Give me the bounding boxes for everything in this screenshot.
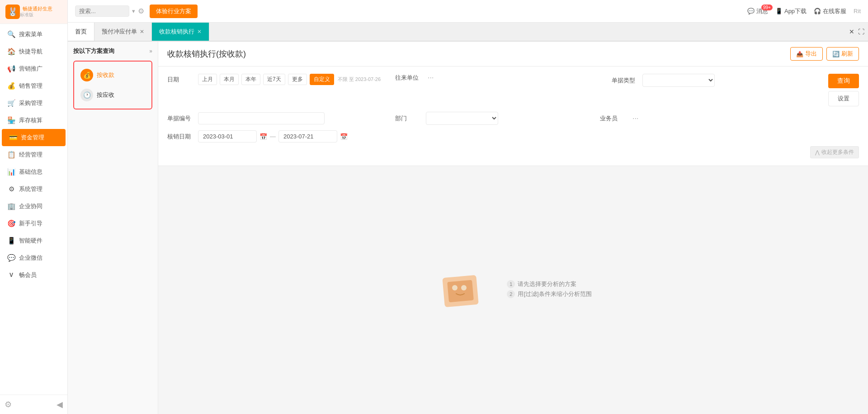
left-panel-header: 按以下方案查询 » (73, 47, 152, 55)
voucher-type-select[interactable] (642, 74, 715, 87)
topbar-dropdown-icon[interactable]: ▾ (132, 8, 135, 14)
sidebar-item-label: 快捷导航 (19, 48, 42, 56)
tab-receipt[interactable]: 收款核销执行 ✕ (152, 23, 209, 41)
left-panel-title: 按以下方案查询 (73, 47, 114, 55)
left-panel-item-by-receivable[interactable]: 🕐 按应收 (78, 85, 148, 105)
topbar-settings-icon[interactable]: ⚙ (138, 7, 144, 15)
sidebar-item-label: 智能硬件 (19, 237, 42, 245)
main-area: ▾ ⚙ 体验行业方案 💬 消息 99+ 📱 App下载 🎧 在线客服 Rit 首… (68, 0, 868, 414)
service-icon: 🎧 (814, 8, 821, 14)
sidebar-item-search-menu[interactable]: 🔍 搜索菜单 (0, 26, 67, 43)
tab-prepay-close-icon[interactable]: ✕ (140, 29, 144, 35)
filter-dates: 上月 本月 本年 近7天 更多 自定义 (198, 74, 334, 85)
sidebar-item-wechat[interactable]: 💬 企业微信 (0, 249, 67, 266)
export-button[interactable]: 📤 导出 (790, 47, 823, 61)
verify-date-end-calendar-icon[interactable]: 📅 (340, 133, 348, 140)
filter-settings-button[interactable]: 设置 (828, 91, 859, 106)
left-panel-item-by-receipt[interactable]: 💰 按收款 (78, 65, 148, 85)
salesperson-dots[interactable]: ··· (631, 114, 640, 123)
enterprise-icon: 🏢 (7, 202, 15, 210)
query-button[interactable]: 查询 (828, 74, 859, 88)
right-content: 收款核销执行(按收款) 📤 导出 🔄 刷新 日期 (158, 42, 868, 414)
empty-illustration (434, 263, 489, 317)
tabbar: 首页 预付冲应付单 ✕ 收款核销执行 ✕ ✕ ⛶ (68, 23, 868, 42)
sidebar-settings-icon[interactable]: ⚙ (5, 400, 12, 409)
collapse-more-label: 收起更多条件 (821, 148, 854, 156)
app-version: 标准版 (20, 12, 52, 18)
user-name[interactable]: Rit (854, 8, 861, 14)
sidebar-item-inventory[interactable]: 🏪 库存核算 (0, 112, 67, 129)
collapse-more-button[interactable]: ⋀ 收起更多条件 (810, 146, 859, 158)
date-more-btn[interactable]: 更多 (288, 74, 307, 85)
date-last-month-btn[interactable]: 上月 (198, 74, 217, 85)
sidebar-logo: 🐰 畅捷通好生意 标准版 (0, 0, 67, 24)
chevron-up-icon: ⋀ (815, 149, 820, 156)
message-icon: 💬 (747, 8, 755, 14)
message-action[interactable]: 💬 消息 99+ (747, 7, 768, 15)
hint-num-1: 1 (507, 280, 515, 288)
left-panel-collapse-icon[interactable]: » (149, 48, 152, 54)
tab-expand-icon[interactable]: ⛶ (858, 28, 864, 35)
sales-icon: 💰 (7, 82, 15, 90)
sidebar-item-label: 新手引导 (19, 219, 42, 228)
verify-date-range: 📅 — 📅 (198, 130, 348, 143)
date-this-month-btn[interactable]: 本月 (220, 74, 239, 85)
app-download-icon: 📱 (775, 8, 783, 14)
tabbar-controls: ✕ ⛶ (849, 23, 868, 41)
counterparty-label: 往来单位 (395, 74, 422, 82)
voucher-no-input[interactable] (198, 112, 325, 124)
date-custom-btn[interactable]: 自定义 (310, 74, 334, 85)
sidebar-item-label: 销售管理 (19, 82, 42, 90)
funds-icon: 💳 (9, 133, 17, 142)
sidebar-item-purchase[interactable]: 🛒 采购管理 (0, 95, 67, 112)
sidebar-item-sales[interactable]: 💰 销售管理 (0, 77, 67, 95)
app-download-action[interactable]: 📱 App下载 (775, 7, 807, 15)
industry-solution-button[interactable]: 体验行业方案 (150, 5, 198, 18)
date-this-year-btn[interactable]: 本年 (241, 74, 260, 85)
refresh-button[interactable]: 🔄 刷新 (826, 47, 859, 61)
svg-rect-1 (448, 280, 474, 303)
verify-date-start-input[interactable] (198, 130, 257, 143)
quick-nav-icon: 🏠 (7, 48, 15, 56)
tab-home[interactable]: 首页 (68, 23, 94, 41)
hint-num-2: 2 (507, 290, 515, 298)
sidebar-item-marketing[interactable]: 📢 营销推广 (0, 60, 67, 77)
verify-date-end-input[interactable] (278, 130, 337, 143)
tab-receipt-label: 收款核销执行 (159, 28, 194, 36)
message-badge: 99+ (761, 5, 773, 10)
empty-hint-2: 2 用[过滤]条件来缩小分析范围 (507, 290, 591, 298)
sidebar-item-funds[interactable]: 💳 资金管理 (2, 129, 66, 146)
sidebar-item-label: 畅会员 (19, 271, 37, 279)
tab-prepay[interactable]: 预付冲应付单 ✕ (94, 23, 152, 41)
voucher-type-label: 单据类型 (612, 76, 639, 85)
sidebar-item-system[interactable]: ⚙ 系统管理 (0, 181, 67, 198)
app-name: 畅捷通好生意 (23, 5, 52, 12)
department-select[interactable] (426, 112, 498, 125)
receipt-item-icon: 💰 (80, 69, 93, 81)
sidebar: 🐰 畅捷通好生意 标准版 🔍 搜索菜单 🏠 快捷导航 📢 营销推广 💰 销售管理… (0, 0, 68, 414)
sidebar-item-basic-info[interactable]: 📊 基础信息 (0, 163, 67, 181)
sidebar-item-guide[interactable]: 🎯 新手引导 (0, 215, 67, 232)
date-7days-btn[interactable]: 近7天 (263, 74, 285, 85)
sidebar-item-member[interactable]: V 畅会员 (0, 266, 67, 284)
sidebar-item-label: 搜索菜单 (19, 30, 42, 38)
sidebar-item-quick-nav[interactable]: 🏠 快捷导航 (0, 43, 67, 60)
sidebar-item-operations[interactable]: 📋 经营管理 (0, 146, 67, 163)
search-menu-icon: 🔍 (7, 30, 15, 38)
sidebar-item-label: 企业协同 (19, 202, 42, 210)
brand-search-input[interactable] (75, 5, 129, 17)
tab-home-label: 首页 (75, 28, 87, 36)
sidebar-item-enterprise[interactable]: 🏢 企业协同 (0, 198, 67, 215)
refresh-label: 刷新 (841, 50, 853, 58)
tab-receipt-close-icon[interactable]: ✕ (197, 29, 202, 35)
sidebar-item-hardware[interactable]: 📱 智能硬件 (0, 232, 67, 249)
counterparty-dots[interactable]: ··· (426, 74, 435, 82)
page-header: 收款核销执行(按收款) 📤 导出 🔄 刷新 (158, 42, 868, 67)
sidebar-collapse-icon[interactable]: ◀ (57, 400, 63, 409)
tab-close-all-icon[interactable]: ✕ (849, 28, 854, 35)
filter-area: 日期 上月 本月 本年 近7天 更多 自定义 不限 至 2023-07-26 (158, 67, 868, 166)
online-service-action[interactable]: 🎧 在线客服 (814, 7, 846, 15)
app-download-label: App下载 (784, 7, 807, 15)
verify-date-start-calendar-icon[interactable]: 📅 (259, 133, 267, 140)
online-service-label: 在线客服 (823, 7, 846, 15)
